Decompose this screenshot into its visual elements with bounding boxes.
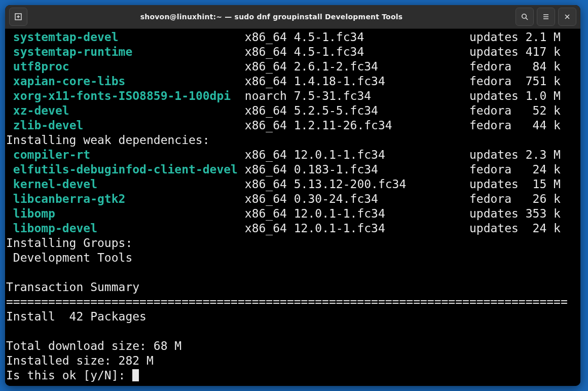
svg-line-4 bbox=[526, 18, 528, 20]
menu-button[interactable] bbox=[537, 8, 555, 26]
window-title: shovon@linuxhint:~ — sudo dnf groupinsta… bbox=[30, 13, 512, 21]
new-tab-icon bbox=[14, 13, 22, 21]
new-tab-button[interactable] bbox=[9, 8, 27, 26]
close-icon bbox=[563, 13, 571, 21]
hamburger-icon bbox=[542, 13, 550, 21]
search-icon bbox=[521, 13, 529, 21]
search-button[interactable] bbox=[516, 8, 534, 26]
titlebar: shovon@linuxhint:~ — sudo dnf groupinsta… bbox=[5, 5, 580, 29]
terminal-output: systemtap-devel x86_64 4.5-1.fc34 update… bbox=[6, 30, 579, 383]
close-button[interactable] bbox=[558, 8, 576, 26]
terminal-viewport[interactable]: systemtap-devel x86_64 4.5-1.fc34 update… bbox=[5, 29, 580, 386]
terminal-window: shovon@linuxhint:~ — sudo dnf groupinsta… bbox=[5, 5, 580, 386]
svg-point-3 bbox=[522, 14, 526, 18]
